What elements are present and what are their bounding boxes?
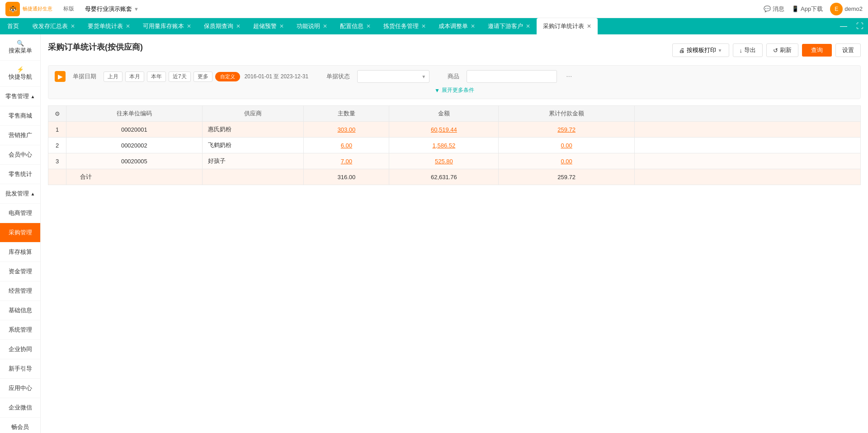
sidebar-item-ecommerce[interactable]: 电商管理 xyxy=(0,204,40,223)
sidebar-item-finance[interactable]: 资金管理 xyxy=(0,262,40,281)
cell-supplier-3: 好孩子 xyxy=(202,153,304,169)
tab-keyongliang-close[interactable]: ✕ xyxy=(187,23,191,29)
more-filter-dots[interactable]: ··· xyxy=(566,72,572,81)
settings-label: 设置 xyxy=(842,47,854,53)
tab-peizhi[interactable]: 配置信息 ✕ xyxy=(334,18,377,34)
workspace-selector[interactable]: 母婴行业演示账套 ▼ xyxy=(85,5,139,13)
tab-yaoqing-close[interactable]: ✕ xyxy=(526,23,530,29)
cell-index-1: 1 xyxy=(48,122,66,138)
tab-baozhi[interactable]: 保质期查询 ✕ xyxy=(198,18,247,34)
col-settings[interactable]: ⚙ xyxy=(48,106,66,122)
sidebar-item-operation[interactable]: 经营管理 xyxy=(0,281,40,301)
sidebar-item-member[interactable]: 会员中心 xyxy=(0,145,40,165)
tab-keyongliang[interactable]: 可用量库存账本 ✕ xyxy=(137,18,198,34)
sidebar-retail-label: 零售管理 xyxy=(5,92,29,100)
table-header-row: ⚙ 往来单位编码 供应商 主数量 金额 累计付款金额 xyxy=(48,106,861,122)
tab-shoufaku[interactable]: 收发存汇总表 ✕ xyxy=(26,18,81,34)
date-last-month-btn[interactable]: 上月 xyxy=(104,71,123,82)
tab-yaohuo[interactable]: 要货单统计表 ✕ xyxy=(81,18,137,34)
sidebar-item-search[interactable]: 🔍 搜索菜单 xyxy=(0,34,40,61)
sidebar-item-enterprise[interactable]: 企业协同 xyxy=(0,340,40,359)
cell-supplier-2: 飞鹤奶粉 xyxy=(202,138,304,153)
print-dropdown-icon[interactable]: ▼ xyxy=(718,48,722,53)
cell-amount-2: 1,586.52 xyxy=(389,138,499,153)
sidebar-item-appcenter[interactable]: 应用中心 xyxy=(0,379,40,398)
date-this-month-btn[interactable]: 本月 xyxy=(125,71,144,82)
tab-gongneng-close[interactable]: ✕ xyxy=(323,23,327,29)
cell-code-3: 00020005 xyxy=(66,153,203,169)
table-row: 3 00020005 好孩子 7.00 525.80 0.00 xyxy=(48,153,861,169)
action-buttons: 🖨 按模板打印 ▼ ↓ 导出 ↺ 刷新 查询 设置 xyxy=(672,43,861,57)
tab-yaoqing-label: 邀请下游客户 xyxy=(488,22,523,30)
tab-caigou-close[interactable]: ✕ xyxy=(587,23,591,29)
date-this-year-btn[interactable]: 本年 xyxy=(147,71,166,82)
sidebar-search-label: 搜索菜单 xyxy=(4,47,37,55)
tab-home[interactable]: 首页 xyxy=(0,18,26,34)
message-btn[interactable]: 💬 消息 xyxy=(764,5,784,13)
goods-filter-label: 商品 xyxy=(448,72,459,81)
sidebar-item-wechat[interactable]: 企业微信 xyxy=(0,398,40,418)
sidebar-item-vip[interactable]: 畅会员 xyxy=(0,418,40,433)
date-range-display: 2016-01-01 至 2023-12-31 xyxy=(245,73,308,81)
tab-minimize-btn[interactable]: — xyxy=(835,18,852,34)
nav-icon: ⚡ xyxy=(4,66,37,73)
sidebar-item-newguide[interactable]: 新手引导 xyxy=(0,359,40,379)
status-select[interactable] xyxy=(357,70,429,83)
tab-peizhi-close[interactable]: ✕ xyxy=(366,23,371,29)
app-download-btn[interactable]: 📱 App下载 xyxy=(792,5,823,13)
tab-shoufaku-close[interactable]: ✕ xyxy=(71,23,75,29)
date-custom-btn[interactable]: 自定义 xyxy=(215,72,240,81)
sidebar-item-marketing[interactable]: 营销推广 xyxy=(0,126,40,145)
cell-paid-3: 0.00 xyxy=(499,153,635,169)
date-last-7-btn[interactable]: 近7天 xyxy=(169,71,191,82)
date-filter-label: 单据日期 xyxy=(73,72,96,81)
query-label: 查询 xyxy=(811,47,823,53)
date-more-btn[interactable]: 更多 xyxy=(193,71,212,82)
tab-maximize-btn[interactable]: ⛶ xyxy=(852,18,868,34)
tab-baozhi-close[interactable]: ✕ xyxy=(236,23,241,29)
sidebar-inventory-label: 库存核算 xyxy=(4,248,37,256)
settings-btn[interactable]: 设置 xyxy=(835,43,861,57)
table-row: 1 00020001 惠氏奶粉 303.00 60,519.44 259.72 xyxy=(48,122,861,138)
col-supplier: 供应商 xyxy=(202,106,304,122)
data-table: ⚙ 往来单位编码 供应商 主数量 金额 累计付款金额 1 00020001 惠氏… xyxy=(48,105,861,185)
sidebar-item-retailstat[interactable]: 零售统计 xyxy=(0,165,40,184)
logo-icon: 🐯 xyxy=(5,2,20,16)
sidebar-item-pifa[interactable]: 批发管理 ▲ xyxy=(0,184,40,204)
col-code: 往来单位编码 xyxy=(66,106,203,122)
sidebar-newguide-label: 新手引导 xyxy=(4,365,37,373)
sidebar-item-retail[interactable]: 零售管理 ▲ xyxy=(0,87,40,106)
sidebar-item-purchase[interactable]: 采购管理 xyxy=(0,223,40,243)
print-btn[interactable]: 🖨 按模板打印 ▼ xyxy=(672,43,729,57)
tab-chaochuyujing-close[interactable]: ✕ xyxy=(279,23,284,29)
expand-more-btn[interactable]: ▼ 展开更多条件 xyxy=(55,86,854,94)
tab-pihuo[interactable]: 拣货任务管理 ✕ xyxy=(377,18,432,34)
sidebar-item-system[interactable]: 系统管理 xyxy=(0,320,40,340)
cell-extra-3 xyxy=(635,153,861,169)
workspace-dropdown-icon[interactable]: ▼ xyxy=(134,6,139,12)
tab-gongneng[interactable]: 功能说明 ✕ xyxy=(290,18,334,34)
tab-chengben[interactable]: 成本调整单 ✕ xyxy=(432,18,481,34)
filter-bar: ▶ 单据日期 上月 本月 本年 近7天 更多 自定义 2016-01-01 至 … xyxy=(48,65,861,99)
tab-chengben-label: 成本调整单 xyxy=(439,22,468,30)
footer-empty xyxy=(48,169,66,185)
filter-toggle-btn[interactable]: ▶ xyxy=(55,71,66,82)
sidebar-item-quicknav[interactable]: ⚡ 快捷导航 xyxy=(0,61,40,87)
tab-chaochuyujing[interactable]: 超储预警 ✕ xyxy=(247,18,290,34)
sidebar-member-label: 会员中心 xyxy=(4,151,37,159)
tab-chengben-close[interactable]: ✕ xyxy=(471,23,475,29)
query-btn[interactable]: 查询 xyxy=(802,44,832,57)
tab-caigou[interactable]: 采购订单统计表 ✕ xyxy=(537,18,598,34)
refresh-btn[interactable]: ↺ 刷新 xyxy=(766,43,798,57)
tab-yaoqing[interactable]: 邀请下游客户 ✕ xyxy=(481,18,537,34)
tab-yaohuo-close[interactable]: ✕ xyxy=(126,23,130,29)
tab-pihuo-close[interactable]: ✕ xyxy=(421,23,426,29)
sidebar-item-inventory[interactable]: 库存核算 xyxy=(0,243,40,262)
user-menu[interactable]: E demo2 xyxy=(830,3,863,15)
sidebar-item-basic[interactable]: 基础信息 xyxy=(0,301,40,320)
cell-qty-2: 6.00 xyxy=(304,138,389,153)
export-btn[interactable]: ↓ 导出 xyxy=(733,43,763,57)
goods-input[interactable] xyxy=(467,70,557,83)
sidebar-quicknav-label: 快捷导航 xyxy=(4,73,37,81)
sidebar-item-retailshop[interactable]: 零售商城 xyxy=(0,106,40,126)
